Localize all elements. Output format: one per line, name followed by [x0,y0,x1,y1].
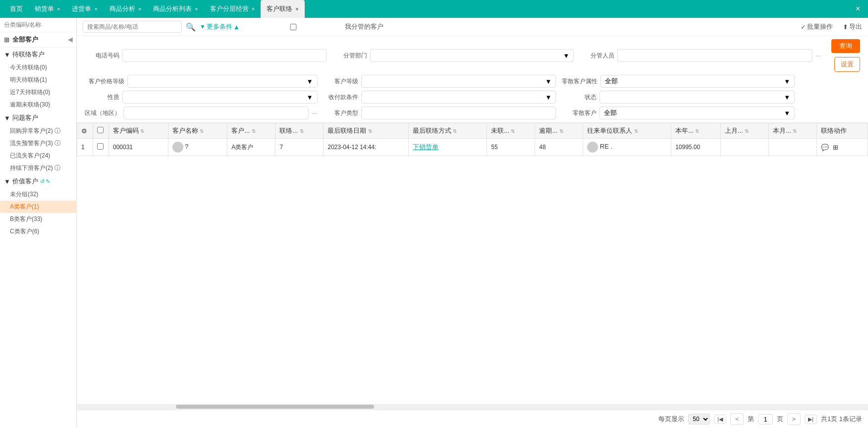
sidebar-item-abnormal-purchase[interactable]: 回购异常客户(2) ⓘ [0,125,76,137]
label-nature: 性质 [85,93,119,102]
status-arrow-icon: ▼ [784,94,790,101]
select-price-level[interactable]: ▼ [127,75,318,88]
top-nav: 首页 销货单 × 进货单 × 商品分析 × 商品分析列表 × 客户分层经营 × … [0,0,868,18]
col-overdue[interactable]: 逾期... ⇅ [535,123,583,139]
sidebar-search-input[interactable] [4,21,77,28]
col-contact-count[interactable]: 联络... ⇅ [275,123,324,139]
select-status[interactable]: ▼ [599,91,795,104]
input-person[interactable] [617,49,813,62]
export-btn[interactable]: ⬆ 导出 [843,22,862,31]
close-tab-customer-mgmt[interactable]: × [252,6,255,12]
gear-icon[interactable]: ⚙ [81,127,87,135]
my-customers-checkbox[interactable]: 我分管的客户 [244,22,383,31]
sidebar-collapse-btn[interactable]: ◀ [68,36,72,43]
action-grid-icon[interactable]: ⊞ [833,144,838,151]
col-last-contact-method[interactable]: 最后联络方式 ⇅ [408,123,487,139]
sidebar-item-unclassified[interactable]: 未分组(32) [0,188,76,201]
select-dept[interactable]: ▼ [370,49,574,62]
page-number-input[interactable] [758,414,773,425]
label-payment: 收付款条件 [324,93,358,102]
col-name[interactable]: 客户名称 ⇅ [168,123,227,139]
select-customer-level[interactable]: ▼ [361,75,556,88]
sidebar-item-b-class[interactable]: B类客户(33) [0,213,76,225]
close-all-button[interactable]: × [852,4,864,13]
nav-tab-sales[interactable]: 销货单 × [29,0,66,18]
cell-actions[interactable]: 💬 ⊞ [817,139,868,156]
col-not-contacted[interactable]: 未联... ⇅ [487,123,535,139]
col-gear[interactable]: ⚙ [77,123,93,139]
sidebar-item-c-class[interactable]: C类客户(6) [0,225,76,238]
select-all-checkbox[interactable] [97,127,104,133]
cell-checkbox[interactable] [93,139,109,156]
col-code[interactable]: 客户编码 ⇅ [109,123,168,139]
nav-tab-analysis-list[interactable]: 商品分析列表 × [147,0,204,18]
query-button[interactable]: 查询 [831,39,860,53]
col-contact-person[interactable]: 往来单位联系人 ⇅ [583,123,671,139]
input-customer-type[interactable] [361,107,556,119]
nature-arrow-icon: ▼ [307,94,313,101]
sidebar-item-tomorrow[interactable]: 明天待联络(1) [0,74,76,86]
nav-home[interactable]: 首页 [4,0,29,18]
sidebar-item-declining[interactable]: 持续下滑客户(2) ⓘ [0,162,76,174]
refresh-icon[interactable]: ↺ [40,178,45,185]
sidebar-item-7days[interactable]: 近7天待联络(0) [0,86,76,99]
edit-icon[interactable]: ✎ [46,178,50,185]
search-button[interactable]: 🔍 [186,22,196,32]
nav-tab-purchase[interactable]: 进货单 × [66,0,103,18]
input-region[interactable] [123,107,309,119]
nav-tab-customer-contact[interactable]: 客户联络 × [261,0,304,18]
col-this-month[interactable]: 本月... ⇅ [769,123,817,139]
sidebar-section-pending[interactable]: ▼ 待联络客户 [0,48,76,61]
batch-op-btn[interactable]: ✓ 批量操作 [801,22,833,31]
input-phone[interactable] [122,49,326,62]
sidebar-item-churned[interactable]: 已流失客户(24) [0,150,76,162]
settings-button[interactable]: 设置 [834,57,860,72]
contact-method-link[interactable]: 下销货单 [413,143,438,151]
label-price-level: 客户价格等级 [85,77,124,86]
col-this-year[interactable]: 本年... ⇅ [671,123,721,139]
more-conditions-btn[interactable]: ▼ 更多条件 ▲ [200,22,240,31]
dept-arrow-icon: ▼ [563,52,569,59]
cell-last-contact-method[interactable]: 下销货单 [408,139,487,156]
first-page-btn[interactable]: |◀ [714,415,726,424]
last-page-btn[interactable]: ▶| [805,415,817,424]
nav-tab-analysis[interactable]: 商品分析 × [104,0,147,18]
select-scattered-attr[interactable]: 全部 ▼ [600,75,795,88]
select-nature[interactable]: ▼ [122,91,318,104]
next-page-btn[interactable]: ＞ [787,413,801,425]
close-tab-sales[interactable]: × [57,6,60,12]
nav-tab-customer-mgmt[interactable]: 客户分层经营 × [204,0,261,18]
region-dots-btn[interactable]: ··· [312,109,318,117]
col-last-contact-date[interactable]: 最后联络日期 ⇅ [324,123,408,139]
search-input[interactable] [83,21,182,33]
page-size-select[interactable]: 50 [688,414,710,425]
close-tab-purchase[interactable]: × [94,6,97,12]
sort-icon-this-year: ⇅ [695,128,699,134]
row-checkbox[interactable] [97,143,104,150]
close-tab-analysis-list[interactable]: × [195,6,198,12]
horizontal-scrollbar[interactable] [77,404,868,410]
close-tab-analysis[interactable]: × [138,6,141,12]
label-phone: 电话号码 [85,52,119,60]
prev-page-btn[interactable]: ＜ [730,413,744,425]
sidebar-item-today[interactable]: 今天待联络(0) [0,61,76,74]
sidebar-item-a-class[interactable]: A类客户(1) [0,201,76,213]
col-last-month[interactable]: 上月... ⇅ [721,123,769,139]
select-scattered[interactable]: 全部 ▼ [599,107,795,119]
label-customer-type: 客户类型 [324,109,358,117]
col-checkbox[interactable] [93,123,109,139]
scrollbar-thumb[interactable] [176,405,374,409]
more-arrow-icon: ▲ [233,23,240,31]
close-tab-customer-contact[interactable]: × [295,6,298,12]
sidebar-section-value[interactable]: ▼ 价值客户 ↺ ✎ [0,174,76,188]
sidebar-section-problem[interactable]: ▼ 问题客户 [0,111,76,125]
select-payment[interactable]: ▼ [361,91,556,104]
action-message-icon[interactable]: 💬 [821,144,829,151]
my-customers-check[interactable] [244,24,343,30]
person-dots-btn[interactable]: ··· [815,52,821,59]
label-region: 区域（地区） [85,109,120,117]
sidebar-item-overdue-contact[interactable]: 逾期未联络(30) [0,99,76,111]
sidebar-item-churn-warning[interactable]: 流失预警客户(3) ⓘ [0,137,76,150]
sort-icon-not-contacted: ⇅ [511,128,515,134]
col-customer-type[interactable]: 客户... ⇅ [227,123,275,139]
